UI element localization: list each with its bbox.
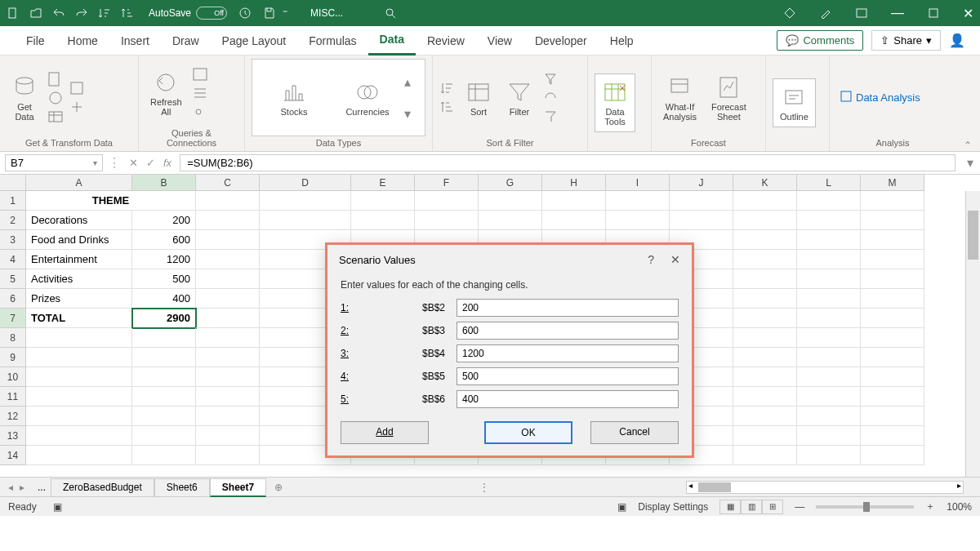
- cell[interactable]: [415, 211, 479, 230]
- cell[interactable]: [733, 230, 797, 250]
- cell[interactable]: [670, 211, 733, 230]
- page-break-view-icon[interactable]: ⊞: [762, 500, 783, 514]
- cell[interactable]: [351, 211, 415, 230]
- ok-button[interactable]: OK: [484, 421, 572, 444]
- macro-record-icon[interactable]: ▣: [53, 501, 62, 513]
- cell[interactable]: [479, 211, 542, 230]
- from-web-icon[interactable]: [47, 90, 64, 106]
- tab-developer[interactable]: Developer: [523, 26, 599, 56]
- scenario-value-input[interactable]: [457, 344, 679, 362]
- cell[interactable]: [797, 250, 861, 269]
- col-header-K[interactable]: K: [733, 175, 797, 191]
- add-button[interactable]: Add: [341, 421, 429, 444]
- cell[interactable]: [132, 426, 196, 446]
- help-icon[interactable]: ?: [648, 253, 654, 266]
- cell[interactable]: [415, 191, 479, 211]
- vertical-scrollbar[interactable]: [965, 191, 980, 477]
- undo-icon[interactable]: [52, 7, 65, 20]
- cell[interactable]: [733, 289, 797, 309]
- tab-data[interactable]: Data: [368, 26, 416, 56]
- cell[interactable]: [196, 328, 260, 348]
- cell[interactable]: TOTAL: [26, 309, 132, 328]
- tab-splitter[interactable]: ⋮: [474, 482, 494, 493]
- cell[interactable]: [861, 387, 924, 407]
- cell[interactable]: [260, 191, 351, 211]
- cell[interactable]: [861, 328, 924, 348]
- what-if-button[interactable]: What-If Analysis: [658, 71, 702, 125]
- from-table-icon[interactable]: [47, 109, 64, 125]
- zoom-in-icon[interactable]: ＋: [925, 500, 935, 513]
- col-header-L[interactable]: L: [797, 175, 861, 191]
- tab-draw[interactable]: Draw: [161, 26, 211, 56]
- cell[interactable]: [797, 230, 861, 250]
- cell[interactable]: [196, 348, 260, 367]
- sort-desc-icon[interactable]: [121, 7, 134, 20]
- cell[interactable]: [132, 367, 196, 387]
- cell[interactable]: [26, 387, 132, 407]
- display-settings-label[interactable]: Display Settings: [638, 501, 708, 513]
- cell[interactable]: [797, 446, 861, 465]
- tab-nav-next-icon[interactable]: ▸: [20, 482, 24, 493]
- maximize-icon[interactable]: [927, 7, 940, 20]
- filter-button[interactable]: Filter: [501, 76, 537, 120]
- scenario-value-input[interactable]: [457, 299, 679, 317]
- sort-az-icon[interactable]: [439, 80, 456, 96]
- cancel-button[interactable]: Cancel: [590, 421, 679, 444]
- cell[interactable]: [733, 387, 797, 407]
- sheet-tab-sheet7[interactable]: Sheet7: [210, 478, 266, 497]
- scroll-right-icon[interactable]: ▸: [957, 481, 961, 490]
- zoom-slider[interactable]: [816, 505, 914, 509]
- reapply-icon[interactable]: [542, 90, 559, 106]
- cell[interactable]: [196, 309, 260, 328]
- tab-insert[interactable]: Insert: [109, 26, 161, 56]
- tab-view[interactable]: View: [476, 26, 523, 56]
- page-layout-view-icon[interactable]: ▥: [741, 500, 762, 514]
- forecast-sheet-button[interactable]: Forecast Sheet: [706, 71, 751, 125]
- add-sheet-icon[interactable]: ⊕: [274, 482, 283, 493]
- open-icon[interactable]: [29, 7, 42, 20]
- tab-page-layout[interactable]: Page Layout: [211, 26, 298, 56]
- cell[interactable]: 400: [132, 289, 196, 309]
- tab-overflow[interactable]: ...: [33, 482, 51, 493]
- cell[interactable]: [606, 191, 670, 211]
- cell[interactable]: [196, 446, 260, 465]
- tab-nav-prev-icon[interactable]: ◂: [8, 482, 13, 493]
- chevron-up-icon[interactable]: ▴: [404, 74, 417, 90]
- new-file-icon[interactable]: [7, 7, 20, 20]
- chevron-down-icon[interactable]: ▾: [404, 106, 417, 122]
- col-header-J[interactable]: J: [670, 175, 733, 191]
- cell[interactable]: [351, 191, 415, 211]
- cell[interactable]: [861, 348, 924, 367]
- search-icon[interactable]: [384, 7, 397, 20]
- cell[interactable]: [733, 426, 797, 446]
- row-header-9[interactable]: 9: [0, 348, 26, 367]
- zoom-out-icon[interactable]: —: [795, 501, 804, 513]
- cell[interactable]: [797, 387, 861, 407]
- cell[interactable]: [797, 328, 861, 348]
- cell[interactable]: [26, 407, 132, 426]
- recent-sources-icon[interactable]: [69, 80, 85, 96]
- data-tools-button[interactable]: Data Tools: [595, 73, 635, 132]
- tab-review[interactable]: Review: [416, 26, 476, 56]
- brush-icon[interactable]: [819, 7, 832, 20]
- expand-formula-icon[interactable]: ▾: [960, 155, 980, 171]
- cell[interactable]: Food and Drinks: [26, 230, 132, 250]
- cell[interactable]: [26, 328, 132, 348]
- cell[interactable]: [797, 407, 861, 426]
- comments-button[interactable]: 💬 Comments: [777, 30, 863, 51]
- cell[interactable]: [132, 328, 196, 348]
- clear-icon[interactable]: [542, 71, 559, 87]
- row-header-10[interactable]: 10: [0, 367, 26, 387]
- cell[interactable]: [196, 191, 260, 211]
- outline-button[interactable]: Outline: [773, 78, 816, 127]
- fx-icon[interactable]: fx: [163, 157, 172, 169]
- cell[interactable]: [861, 230, 924, 250]
- cell[interactable]: [196, 289, 260, 309]
- cell[interactable]: [132, 446, 196, 465]
- cell[interactable]: [733, 328, 797, 348]
- cell[interactable]: 200: [132, 211, 196, 230]
- normal-view-icon[interactable]: ▦: [719, 500, 741, 514]
- cell[interactable]: [733, 367, 797, 387]
- cell[interactable]: [132, 348, 196, 367]
- get-data-button[interactable]: Get Data: [7, 71, 42, 125]
